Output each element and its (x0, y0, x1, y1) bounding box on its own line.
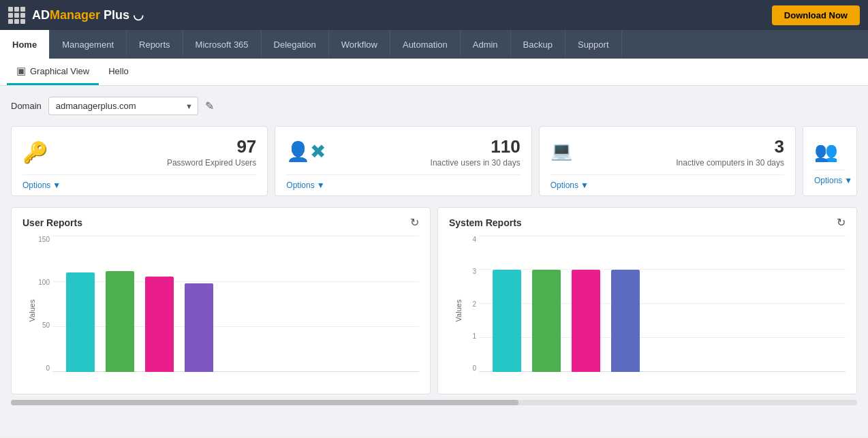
main-content: Domain admanagerplus.com ▼ ✎ 🔑 97 Passwo… (0, 86, 868, 435)
group-icon: 👥 (814, 140, 838, 163)
sys-bar-4 (611, 270, 640, 372)
stat-card-inactive-computers: 💻 3 Inactive computers in 30 days Option… (539, 126, 796, 196)
sys-y-tick-0: 0 (456, 364, 476, 372)
subnav-hello[interactable]: Hello (99, 59, 138, 85)
monitor-icon: ▣ (16, 65, 26, 77)
top-bar: ADManager Plus ◡ Download Now (0, 0, 868, 30)
download-button[interactable]: Download Now (772, 5, 860, 25)
stat-label-1: Password Expired Users (57, 158, 256, 168)
options-link-4[interactable]: Options ▼ (814, 176, 846, 185)
system-reports-chart: System Reports ↻ Values 0 1 2 3 4 (437, 207, 857, 394)
sub-nav: ▣ Graphical View Hello (0, 59, 868, 86)
tab-delegation[interactable]: Delegation (262, 30, 329, 59)
stat-card-password-expired: 🔑 97 Password Expired Users Options ▼ (11, 126, 268, 196)
user-reports-title: User Reports (22, 217, 82, 228)
sys-y-tick-4: 4 (456, 236, 476, 243)
options-link-3[interactable]: Options ▼ (551, 181, 784, 190)
system-refresh-icon[interactable]: ↻ (837, 216, 846, 229)
tab-home[interactable]: Home (0, 30, 50, 59)
user-inactive-icon: 👤✖ (286, 140, 326, 163)
chevron-down-icon: ▼ (317, 181, 325, 190)
domain-select-wrap: admanagerplus.com ▼ (48, 97, 198, 115)
y-tick-150: 150 (29, 236, 50, 243)
key-icon: 🔑 (22, 140, 48, 164)
chevron-down-icon: ▼ (844, 176, 852, 185)
tab-backup[interactable]: Backup (511, 30, 565, 59)
domain-select[interactable]: admanagerplus.com (48, 97, 198, 115)
tab-support[interactable]: Support (565, 30, 622, 59)
tab-admin[interactable]: Admin (461, 30, 511, 59)
tab-automation[interactable]: Automation (390, 30, 461, 59)
system-reports-title: System Reports (449, 217, 522, 228)
user-reports-bars (52, 236, 416, 372)
sys-y-tick-2: 2 (456, 300, 476, 308)
options-link-1[interactable]: Options ▼ (22, 181, 256, 190)
charts-row: User Reports ↻ Values 0 50 100 150 (11, 207, 857, 394)
refresh-icon[interactable]: ↻ (410, 216, 419, 229)
tab-workflow[interactable]: Workflow (329, 30, 390, 59)
sys-bar-3 (572, 270, 600, 372)
chevron-down-icon: ▼ (580, 181, 589, 190)
y-tick-100: 100 (29, 279, 50, 286)
sys-y-tick-1: 1 (456, 332, 476, 340)
edit-icon[interactable]: ✎ (205, 99, 214, 112)
domain-row: Domain admanagerplus.com ▼ ✎ (11, 97, 857, 115)
stat-card-inactive-users: 👤✖ 110 Inactive users in 30 days Options… (275, 126, 531, 196)
y-tick-0: 0 (29, 364, 50, 372)
stat-number-1: 97 (57, 138, 256, 155)
subnav-graphical-label: Graphical View (30, 66, 89, 76)
domain-label: Domain (11, 101, 42, 111)
tab-reports[interactable]: Reports (127, 30, 183, 59)
scrollbar[interactable] (11, 400, 857, 405)
logo: ADManager Plus ◡ (32, 7, 144, 22)
options-link-2[interactable]: Options ▼ (286, 181, 520, 190)
grid-icon[interactable] (8, 7, 25, 24)
chevron-down-icon: ▼ (52, 181, 61, 190)
system-reports-bars (479, 236, 843, 372)
sys-bar-1 (493, 270, 521, 372)
stat-info-2: 110 Inactive users in 30 days (335, 138, 520, 168)
bar-2 (106, 271, 134, 372)
stat-info-3: 3 Inactive computers in 30 days (582, 138, 784, 168)
sys-bar-2 (532, 270, 561, 372)
bar-4 (185, 283, 213, 372)
bar-3 (145, 277, 174, 372)
tab-microsoft365[interactable]: Microsoft 365 (183, 30, 262, 59)
logo-area: ADManager Plus ◡ (8, 7, 144, 24)
nav-tabs: Home Management Reports Microsoft 365 De… (0, 30, 868, 59)
stat-number-3: 3 (582, 138, 784, 155)
user-reports-chart: User Reports ↻ Values 0 50 100 150 (11, 207, 431, 394)
bar-1 (66, 272, 95, 372)
stat-label-2: Inactive users in 30 days (335, 158, 520, 168)
subnav-graphical-view[interactable]: ▣ Graphical View (7, 59, 99, 85)
stat-card-4: 👥 Options ▼ (803, 126, 857, 196)
stat-label-3: Inactive computers in 30 days (582, 158, 784, 168)
subnav-hello-label: Hello (108, 66, 129, 76)
y-tick-50: 50 (29, 322, 50, 329)
stat-number-2: 110 (335, 138, 520, 155)
stat-info-1: 97 Password Expired Users (57, 138, 256, 168)
sys-y-tick-3: 3 (456, 268, 476, 275)
tab-management[interactable]: Management (50, 30, 127, 59)
stats-row: 🔑 97 Password Expired Users Options ▼ 👤✖… (11, 126, 857, 196)
computer-icon: 💻 (551, 140, 572, 161)
